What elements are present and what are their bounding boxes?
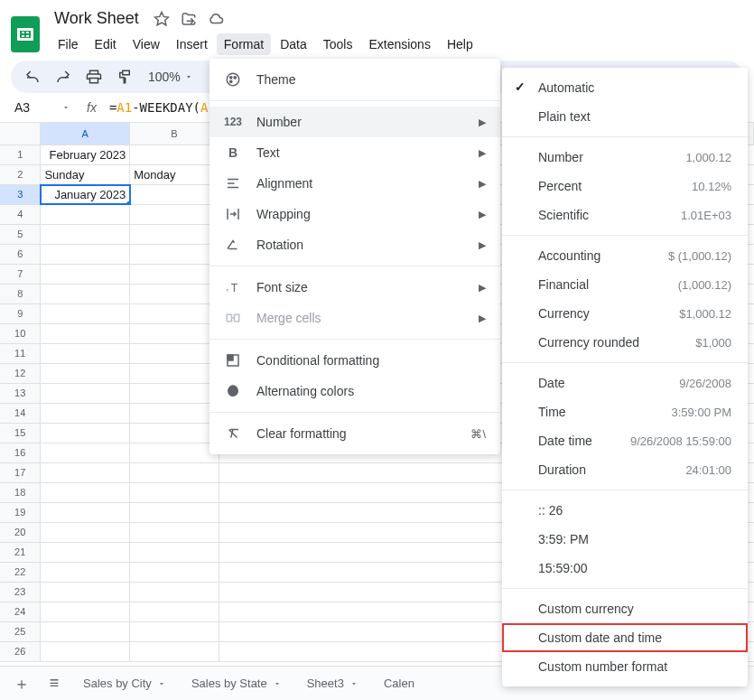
cell-a18[interactable]	[41, 483, 130, 502]
cell-a7[interactable]	[41, 265, 130, 284]
menu-edit[interactable]: Edit	[88, 33, 124, 55]
cell-a8[interactable]	[41, 285, 130, 303]
cell-b5[interactable]	[130, 225, 219, 244]
cell-a11[interactable]	[41, 344, 130, 363]
numfmt-scientific[interactable]: Scientific1.01E+03	[502, 201, 748, 229]
cell-a3[interactable]: January 2023	[41, 185, 130, 204]
all-sheets-button[interactable]: ≡	[40, 669, 69, 698]
row-header[interactable]: 21	[0, 543, 41, 562]
menu-alternating-colors[interactable]: Alternating colors	[209, 376, 500, 406]
cell-b24[interactable]	[130, 602, 219, 621]
cell-b21[interactable]	[130, 543, 219, 562]
row-header[interactable]: 24	[0, 602, 41, 621]
cell-a26[interactable]	[41, 642, 130, 661]
cell-b26[interactable]	[130, 642, 219, 661]
cell-b19[interactable]	[130, 503, 219, 522]
numfmt-custom-3[interactable]: 15:59:00	[502, 554, 748, 583]
cell-b25[interactable]	[130, 622, 219, 641]
numfmt-custom-2[interactable]: 3:59: PM	[502, 525, 748, 554]
cell-b8[interactable]	[130, 285, 219, 303]
row-header[interactable]: 12	[0, 364, 41, 383]
cell-a6[interactable]	[41, 245, 130, 264]
row-header[interactable]: 5	[0, 225, 41, 244]
row-header[interactable]: 25	[0, 622, 41, 641]
cell-b3[interactable]	[130, 185, 219, 204]
row-header[interactable]: 9	[0, 304, 41, 323]
name-box[interactable]: A3	[11, 98, 74, 117]
row-header[interactable]: 13	[0, 384, 41, 403]
paint-format-button[interactable]	[114, 66, 135, 88]
move-folder-icon[interactable]	[181, 11, 197, 27]
menu-conditional-formatting[interactable]: Conditional formatting	[209, 345, 500, 376]
menu-insert[interactable]: Insert	[169, 33, 215, 55]
numfmt-custom-currency[interactable]: Custom currency	[502, 594, 748, 623]
numfmt-time[interactable]: Time3:59:00 PM	[502, 397, 748, 426]
numfmt-financial[interactable]: Financial(1,000.12)	[502, 270, 748, 299]
row-header[interactable]: 1	[0, 145, 41, 164]
cell-b23[interactable]	[130, 583, 219, 602]
numfmt-custom-date-time[interactable]: Custom date and time	[502, 623, 748, 652]
cell-b11[interactable]	[130, 344, 219, 363]
menu-clear-formatting[interactable]: Clear formatting ⌘\	[209, 418, 500, 449]
row-header[interactable]: 6	[0, 245, 41, 264]
menu-format[interactable]: Format	[217, 33, 271, 55]
cell-b17[interactable]	[130, 463, 219, 482]
cell-a19[interactable]	[41, 503, 130, 522]
cell-b12[interactable]	[130, 364, 219, 383]
menu-rotation[interactable]: Rotation ▶	[209, 229, 500, 260]
row-header[interactable]: 19	[0, 503, 41, 522]
menu-wrapping[interactable]: Wrapping ▶	[209, 199, 500, 229]
cell-b14[interactable]	[130, 404, 219, 423]
menu-file[interactable]: File	[51, 33, 86, 55]
row-header[interactable]: 7	[0, 265, 41, 284]
cell-a10[interactable]	[41, 324, 130, 343]
cell-a12[interactable]	[41, 364, 130, 383]
doc-title[interactable]: Work Sheet	[51, 7, 143, 30]
cell-a22[interactable]	[41, 563, 130, 582]
menu-text[interactable]: B Text ▶	[209, 137, 500, 168]
numfmt-currency-rounded[interactable]: Currency rounded$1,000	[502, 328, 748, 357]
menu-tools[interactable]: Tools	[316, 33, 360, 55]
menu-number[interactable]: 123 Number ▶	[209, 107, 500, 137]
numfmt-date-time[interactable]: Date time9/26/2008 15:59:00	[502, 426, 748, 455]
row-header[interactable]: 15	[0, 424, 41, 443]
row-header[interactable]: 11	[0, 344, 41, 363]
cell-b1[interactable]	[130, 145, 219, 164]
menu-extensions[interactable]: Extensions	[361, 33, 437, 55]
cell-a14[interactable]	[41, 404, 130, 423]
col-header-a[interactable]: A	[41, 123, 130, 145]
cell-a4[interactable]	[41, 205, 130, 224]
cell-b10[interactable]	[130, 324, 219, 343]
row-header[interactable]: 16	[0, 443, 41, 462]
menu-view[interactable]: View	[126, 33, 167, 55]
cloud-status-icon[interactable]	[208, 11, 224, 27]
cell-a2[interactable]: Sunday	[41, 165, 130, 184]
cell-a1[interactable]: February 2023	[41, 145, 130, 164]
cell-a20[interactable]	[41, 523, 130, 542]
cell-a21[interactable]	[41, 543, 130, 562]
numfmt-custom-number-format[interactable]: Custom number format	[502, 652, 748, 681]
print-button[interactable]	[83, 66, 105, 88]
sheets-logo[interactable]	[11, 16, 40, 52]
row-header[interactable]: 23	[0, 583, 41, 602]
menu-font-size[interactable]: тT Font size ▶	[209, 272, 500, 303]
sheet-tab[interactable]: Sales by State	[181, 667, 293, 701]
numfmt-number[interactable]: Number1,000.12	[502, 143, 748, 172]
cell-b18[interactable]	[130, 483, 219, 502]
numfmt-custom-1[interactable]: :: 26	[502, 496, 748, 525]
row-header[interactable]: 10	[0, 324, 41, 343]
sheet-tab[interactable]: Calen	[373, 667, 425, 701]
menu-theme[interactable]: Theme	[209, 64, 500, 95]
undo-button[interactable]	[22, 66, 43, 88]
cell-a23[interactable]	[41, 583, 130, 602]
row-header[interactable]: 3	[0, 185, 41, 204]
numfmt-percent[interactable]: Percent10.12%	[502, 172, 748, 201]
row-header[interactable]: 2	[0, 165, 41, 184]
sheet-tab[interactable]: Sheet3	[296, 667, 369, 701]
sheet-tab[interactable]: Sales by City	[72, 667, 177, 701]
numfmt-date[interactable]: Date9/26/2008	[502, 369, 748, 397]
cell-b20[interactable]	[130, 523, 219, 542]
row-header[interactable]: 4	[0, 205, 41, 224]
cell-b15[interactable]	[130, 424, 219, 443]
cell-a9[interactable]	[41, 304, 130, 323]
